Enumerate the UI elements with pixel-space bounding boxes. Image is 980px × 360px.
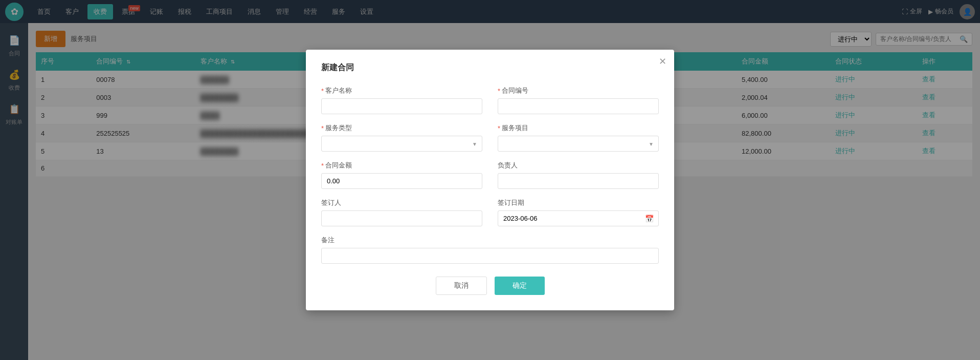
responsible-input[interactable] — [498, 173, 659, 189]
new-contract-dialog: 新建合同 ✕ * 客户名称 * 合同编号 * — [306, 50, 674, 310]
form-grid: * 客户名称 * 合同编号 * 服务类型 — [321, 86, 659, 264]
sign-date-wrapper: 📅 — [498, 210, 659, 226]
remark-input[interactable] — [321, 248, 659, 264]
form-row-customer-name: * 客户名称 — [321, 86, 482, 114]
amount-input[interactable] — [321, 173, 482, 189]
service-item-select[interactable] — [498, 136, 659, 152]
contract-no-label: * 合同编号 — [498, 86, 659, 95]
required-star-5: * — [321, 162, 324, 170]
calendar-icon[interactable]: 📅 — [645, 215, 654, 223]
service-item-label: * 服务项目 — [498, 123, 659, 133]
form-row-remark: 备注 — [321, 236, 659, 264]
modal-overlay: 新建合同 ✕ * 客户名称 * 合同编号 * — [0, 0, 980, 360]
form-row-signer: 签订人 — [321, 198, 482, 226]
required-star-4: * — [498, 124, 500, 132]
form-row-service-item: * 服务项目 — [498, 123, 659, 152]
required-star-3: * — [321, 124, 324, 132]
service-type-select[interactable] — [321, 136, 482, 152]
dialog-title: 新建合同 — [321, 62, 659, 73]
amount-label: * 合同金额 — [321, 161, 482, 170]
remark-label: 备注 — [321, 236, 659, 245]
responsible-label: 负责人 — [498, 161, 659, 170]
required-star-2: * — [498, 87, 500, 95]
confirm-button[interactable]: 确定 — [495, 277, 545, 295]
form-row-amount: * 合同金额 — [321, 161, 482, 189]
form-row-contract-no: * 合同编号 — [498, 86, 659, 114]
form-row-responsible: 负责人 — [498, 161, 659, 189]
signer-label: 签订人 — [321, 198, 482, 207]
sign-date-input[interactable] — [498, 210, 659, 226]
service-type-select-wrapper — [321, 136, 482, 152]
form-row-sign-date: 签订日期 📅 — [498, 198, 659, 226]
contract-no-input[interactable] — [498, 98, 659, 114]
signer-input[interactable] — [321, 210, 482, 226]
service-type-label: * 服务类型 — [321, 123, 482, 133]
dialog-footer: 取消 确定 — [321, 277, 659, 295]
dialog-close-button[interactable]: ✕ — [659, 56, 666, 67]
form-row-service-type: * 服务类型 — [321, 123, 482, 152]
customer-name-input[interactable] — [321, 98, 482, 114]
customer-name-label: * 客户名称 — [321, 86, 482, 95]
sign-date-label: 签订日期 — [498, 198, 659, 207]
required-star: * — [321, 87, 324, 95]
cancel-button[interactable]: 取消 — [436, 277, 487, 295]
service-item-select-wrapper — [498, 136, 659, 152]
